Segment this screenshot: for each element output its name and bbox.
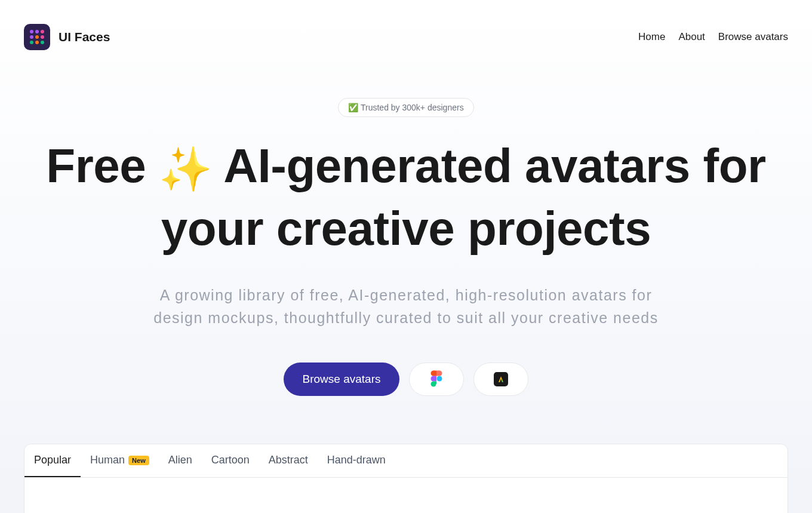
logo-dots <box>30 30 44 44</box>
hero-title-part2: AI-generated avatars for your creative p… <box>161 139 766 255</box>
logo-dot <box>41 41 44 44</box>
hero-title: Free ✨ AI-generated avatars for your cre… <box>24 135 788 260</box>
tab-cartoon[interactable]: Cartoon <box>202 444 259 477</box>
new-badge: New <box>128 456 149 465</box>
svg-rect-7 <box>433 376 436 381</box>
nav-home[interactable]: Home <box>638 31 665 43</box>
svg-rect-5 <box>433 370 436 376</box>
tab-abstract[interactable]: Abstract <box>259 444 318 477</box>
logo-icon <box>24 24 50 50</box>
hero-section: ✅ Trusted by 300k+ designers Free ✨ AI-g… <box>0 62 812 420</box>
tab-label: Cartoon <box>211 454 250 466</box>
hero-title-part1: Free <box>46 139 159 192</box>
logo[interactable]: UI Faces <box>24 24 110 50</box>
header: UI Faces Home About Browse avatars <box>0 0 812 62</box>
svg-rect-6 <box>436 370 439 376</box>
logo-dot <box>35 30 39 33</box>
tab-popular[interactable]: Popular <box>24 444 81 477</box>
tab-human[interactable]: Human New <box>81 444 159 477</box>
browse-avatars-button[interactable]: Browse avatars <box>284 363 400 396</box>
logo-dot <box>41 30 44 33</box>
svg-point-3 <box>437 376 442 381</box>
nav-about[interactable]: About <box>678 31 705 43</box>
logo-dot <box>41 35 44 39</box>
avatar-tabs: Popular Human New Alien Cartoon Abstract… <box>24 444 788 478</box>
tab-label: Abstract <box>269 454 308 466</box>
hero-subtitle: A growing library of free, AI-generated,… <box>137 284 675 330</box>
logo-dot <box>30 35 33 39</box>
logo-dot <box>35 41 39 44</box>
tab-hand-drawn[interactable]: Hand-drawn <box>318 444 395 477</box>
nav-browse-avatars[interactable]: Browse avatars <box>718 31 788 43</box>
trust-badge: ✅ Trusted by 300k+ designers <box>338 98 473 117</box>
logo-dot <box>30 30 33 33</box>
tab-label: Human <box>90 454 125 466</box>
svg-rect-8 <box>433 381 436 384</box>
tab-label: Popular <box>34 454 71 466</box>
main-nav: Home About Browse avatars <box>638 31 788 43</box>
tab-content <box>24 478 788 513</box>
logo-dot <box>30 41 33 44</box>
avatar-tabs-container: Popular Human New Alien Cartoon Abstract… <box>24 444 788 513</box>
tab-label: Hand-drawn <box>327 454 386 466</box>
adobe-icon <box>494 372 508 386</box>
cta-row: Browse avatars <box>24 363 788 396</box>
tab-label: Alien <box>168 454 192 466</box>
logo-dot <box>35 35 39 39</box>
sparkle-icon: ✨ <box>159 145 213 193</box>
figma-icon <box>430 370 442 389</box>
logo-text: UI Faces <box>59 30 110 44</box>
adobe-plugin-button[interactable] <box>473 363 528 396</box>
figma-plugin-button[interactable] <box>409 363 464 396</box>
tab-alien[interactable]: Alien <box>159 444 202 477</box>
